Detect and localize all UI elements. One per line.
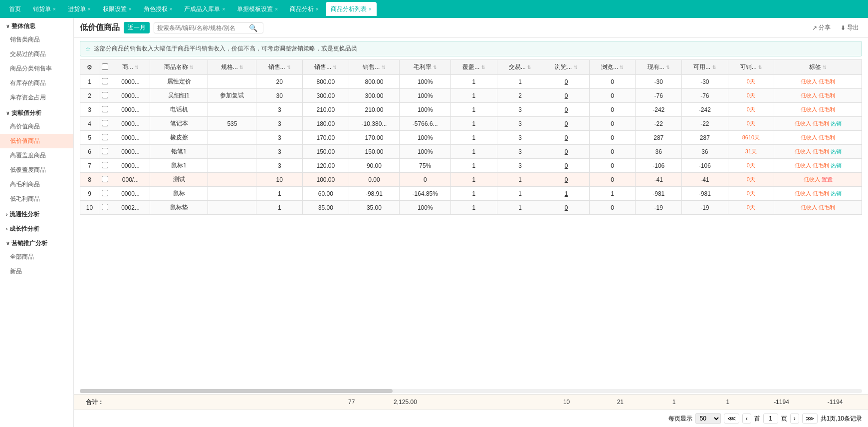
horizontal-scrollbar[interactable] bbox=[80, 389, 862, 393]
nav-close-进货单[interactable]: × bbox=[88, 6, 91, 12]
sidebar-item-有库存的商品[interactable]: 有库存的商品 bbox=[0, 76, 73, 90]
next-page-btn[interactable]: › bbox=[790, 414, 799, 424]
sidebar-item-高覆盖度商品[interactable]: 高覆盖度商品 bbox=[0, 148, 73, 163]
row-views1: 0 bbox=[543, 159, 590, 173]
nav-close-商品分析列表[interactable]: × bbox=[369, 6, 372, 12]
sidebar-item-新品[interactable]: 新品 bbox=[0, 264, 73, 279]
views1-link[interactable]: 0 bbox=[565, 92, 568, 99]
row-sales-qty: 3 bbox=[256, 117, 303, 131]
row-views1: 0 bbox=[543, 117, 590, 131]
row-checkbox[interactable] bbox=[102, 148, 108, 154]
nav-item-首页[interactable]: 首页 bbox=[4, 2, 26, 16]
sidebar-item-商品分类销售率[interactable]: 商品分类销售率 bbox=[0, 61, 73, 76]
search-icon[interactable]: 🔍 bbox=[249, 24, 257, 32]
row-spec bbox=[208, 145, 256, 159]
row-coverage: 1 bbox=[451, 117, 497, 131]
row-sales-cost: 150.00 bbox=[349, 145, 400, 159]
sidebar-group-整体信息[interactable]: ∨ 整体信息 bbox=[0, 18, 73, 32]
nav-item-进货单[interactable]: 进货单× bbox=[63, 2, 96, 16]
row-code: 0000... bbox=[111, 89, 150, 103]
last-page-btn[interactable]: ⋙ bbox=[802, 414, 818, 424]
row-coverage: 1 bbox=[451, 159, 497, 173]
row-current-stock: -76 bbox=[636, 89, 682, 103]
row-checkbox-cell bbox=[99, 187, 111, 201]
nav-close-商品分析[interactable]: × bbox=[316, 6, 319, 12]
views1-link[interactable]: 0 bbox=[565, 78, 568, 85]
sidebar-item-高毛利商品[interactable]: 高毛利商品 bbox=[0, 177, 73, 192]
table-wrap: ⚙ 商... ⇅ 商品名称 ⇅ 规格... ⇅ 销售... ⇅ 销售... ⇅ … bbox=[74, 59, 868, 389]
total-coverage: 10 bbox=[540, 398, 594, 407]
sidebar-item-销售类商品[interactable]: 销售类商品 bbox=[0, 32, 73, 47]
row-current-stock: 287 bbox=[636, 131, 682, 145]
nav-item-商品分析列表[interactable]: 商品分析列表× bbox=[326, 2, 377, 16]
row-checkbox[interactable] bbox=[102, 134, 108, 140]
views1-link[interactable]: 1 bbox=[565, 190, 568, 197]
sidebar-item-低毛利商品[interactable]: 低毛利商品 bbox=[0, 192, 73, 206]
sidebar-item-库存资金占用[interactable]: 库存资金占用 bbox=[0, 90, 73, 105]
row-available: -106 bbox=[682, 159, 728, 173]
row-tags: 低收入 低毛利 热销 bbox=[774, 187, 862, 201]
views1-link[interactable]: 0 bbox=[565, 148, 568, 155]
scrollbar-thumb[interactable] bbox=[80, 389, 393, 393]
tag-低收入: 低收入 bbox=[801, 134, 819, 140]
tag-低毛利: 低毛利 bbox=[819, 92, 835, 98]
nav-close-权限设置[interactable]: × bbox=[129, 6, 132, 12]
page-size-select[interactable]: 50 100 200 bbox=[695, 413, 721, 424]
sidebar-group-营销推广分析[interactable]: ∨ 营销推广分析 bbox=[0, 235, 73, 250]
prev-page-btn[interactable]: ‹ bbox=[742, 414, 751, 424]
row-checkbox[interactable] bbox=[102, 106, 108, 112]
first-page-btn[interactable]: ⋘ bbox=[724, 414, 739, 424]
row-sellable: 8610天 bbox=[728, 131, 774, 145]
row-code: 0000... bbox=[111, 159, 150, 173]
sidebar-group-成长性分析[interactable]: › 成长性分析 bbox=[0, 221, 73, 235]
nav-item-产成品入库单[interactable]: 产成品入库单× bbox=[179, 2, 230, 16]
row-views2: 0 bbox=[589, 145, 636, 159]
sidebar-item-低价值商品[interactable]: 低价值商品 bbox=[0, 134, 73, 148]
row-checkbox[interactable] bbox=[102, 190, 108, 196]
row-code: 000/... bbox=[111, 173, 150, 187]
tag-热销: 热销 bbox=[831, 162, 842, 168]
nav-close-单据模板设置[interactable]: × bbox=[275, 6, 278, 12]
row-checkbox[interactable] bbox=[102, 204, 108, 210]
share-button[interactable]: ↗ 分享 bbox=[809, 22, 834, 33]
nav-item-角色授权[interactable]: 角色授权× bbox=[139, 2, 178, 16]
views1-link[interactable]: 0 bbox=[565, 106, 568, 113]
row-sales-amount: 150.00 bbox=[303, 145, 349, 159]
views1-link[interactable]: 0 bbox=[565, 120, 568, 127]
views1-link[interactable]: 0 bbox=[565, 134, 568, 141]
row-checkbox[interactable] bbox=[102, 176, 108, 182]
nav-close-角色授权[interactable]: × bbox=[170, 6, 173, 12]
nav-close-销货单[interactable]: × bbox=[53, 6, 56, 12]
row-sales-qty: 3 bbox=[256, 159, 303, 173]
sidebar-item-高价值商品[interactable]: 高价值商品 bbox=[0, 119, 73, 134]
col-name: 商品名称 ⇅ bbox=[150, 60, 208, 75]
row-current-stock: 36 bbox=[636, 145, 682, 159]
row-checkbox[interactable] bbox=[102, 120, 108, 126]
select-all-checkbox[interactable] bbox=[102, 63, 108, 70]
sidebar-group-流通性分析[interactable]: › 流通性分析 bbox=[0, 206, 73, 221]
nav-item-权限设置[interactable]: 权限设置× bbox=[98, 2, 137, 16]
row-gross-rate: 100% bbox=[400, 75, 451, 89]
row-tags: 低收入 置置 bbox=[774, 173, 862, 187]
nav-close-产成品入库单[interactable]: × bbox=[222, 6, 225, 12]
nav-item-单据模板设置[interactable]: 单据模板设置× bbox=[232, 2, 283, 16]
sidebar-item-全部商品[interactable]: 全部商品 bbox=[0, 250, 73, 264]
sidebar-item-低覆盖度商品[interactable]: 低覆盖度商品 bbox=[0, 163, 73, 177]
sidebar-item-交易过的商品[interactable]: 交易过的商品 bbox=[0, 47, 73, 61]
views1-link[interactable]: 0 bbox=[565, 176, 568, 183]
nav-item-销货单[interactable]: 销货单× bbox=[28, 2, 61, 16]
page-input[interactable] bbox=[763, 414, 778, 424]
search-input[interactable] bbox=[157, 24, 247, 31]
nav-item-商品分析[interactable]: 商品分析× bbox=[285, 2, 324, 16]
sidebar-group-贡献值分析[interactable]: ∨ 贡献值分析 bbox=[0, 105, 73, 119]
row-checkbox[interactable] bbox=[102, 162, 108, 168]
settings-col[interactable]: ⚙ bbox=[80, 60, 99, 75]
export-button[interactable]: ⬇ 导出 bbox=[838, 22, 862, 33]
period-button[interactable]: 近一月 bbox=[124, 22, 150, 33]
row-checkbox[interactable] bbox=[102, 78, 108, 84]
views1-link[interactable]: 0 bbox=[565, 204, 568, 211]
header-actions: ↗ 分享 ⬇ 导出 bbox=[809, 22, 862, 33]
views1-link[interactable]: 0 bbox=[565, 162, 568, 169]
row-checkbox[interactable] bbox=[102, 92, 108, 98]
row-sales-amount: 170.00 bbox=[303, 131, 349, 145]
